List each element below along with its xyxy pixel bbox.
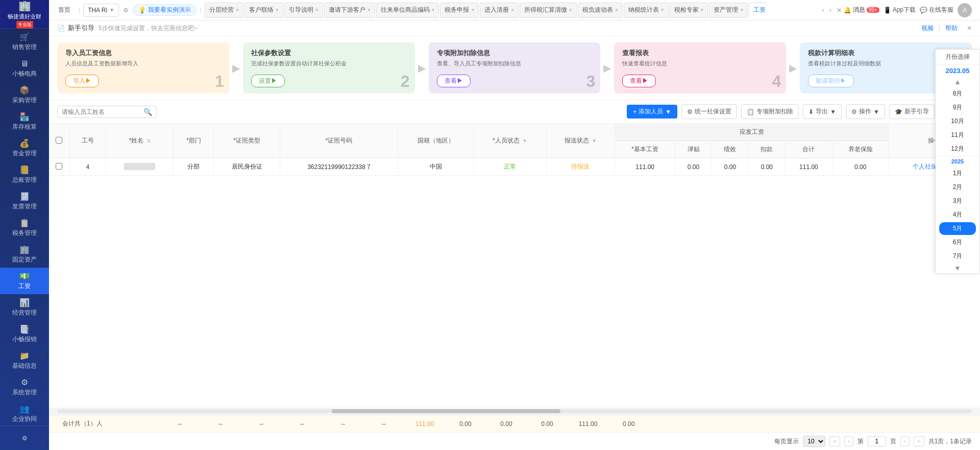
status-filter-icon[interactable]: ▼ bbox=[522, 138, 527, 144]
special-deduct-btn[interactable]: 📋 专项附加扣除 bbox=[741, 104, 799, 119]
tab-income-tax[interactable]: 所得税汇算清缴 × bbox=[520, 3, 577, 18]
close-stratify[interactable]: × bbox=[236, 7, 239, 13]
sidebar-item-ledger[interactable]: 📒 总账管理 bbox=[0, 161, 49, 188]
tab-codes[interactable]: 往来单位商品编码 × bbox=[376, 3, 439, 18]
tab-guide-intro[interactable]: 引导说明 × bbox=[284, 3, 323, 18]
row-action-social-insurance[interactable]: 个人社保 bbox=[913, 163, 937, 170]
close-tax-expert[interactable]: × bbox=[701, 7, 704, 13]
tab-tax-burden[interactable]: 税负波动表 × bbox=[578, 3, 623, 18]
close-tax-report[interactable]: × bbox=[471, 7, 474, 13]
unified-settings-btn[interactable]: ⚙ 统一社保设置 bbox=[681, 104, 737, 119]
month-11[interactable]: 11月 bbox=[939, 129, 976, 141]
sidebar-item-purchase[interactable]: 📦 采购管理 bbox=[0, 82, 49, 108]
name-sort-icon[interactable]: ⇅ bbox=[146, 138, 151, 144]
nav-close-all-icon[interactable]: ✕ bbox=[835, 7, 844, 14]
sidebar-item-sales[interactable]: 🛒 销售管理 bbox=[0, 29, 49, 55]
table-row: 4 张** 分部 居民身份证 36232119990122338 7 中国 正常… bbox=[49, 158, 980, 176]
step-3-btn[interactable]: 查看▶ bbox=[437, 75, 471, 87]
tab-tax-stat[interactable]: 纳税统计表 × bbox=[624, 3, 669, 18]
month-8[interactable]: 8月 bbox=[939, 87, 976, 100]
tab-invite[interactable]: 邀请下游客户 × bbox=[324, 3, 375, 18]
sidebar-item-inventory[interactable]: 🏪 库存核算 bbox=[0, 108, 49, 135]
sidebar-item-tax[interactable]: 📋 税务管理 bbox=[0, 215, 49, 241]
close-guide-intro[interactable]: × bbox=[315, 7, 318, 13]
sidebar-item-assets[interactable]: 🏢 固定资产 bbox=[0, 241, 49, 268]
month-7[interactable]: 7月 bbox=[939, 250, 976, 263]
tab-clearance[interactable]: 进入清册 × bbox=[480, 3, 519, 18]
nav-next-icon[interactable]: › bbox=[827, 7, 834, 14]
per-page-select[interactable]: 10 20 50 bbox=[803, 436, 825, 447]
add-employee-btn[interactable]: + 添加人员 ▼ bbox=[627, 105, 677, 119]
company-selector[interactable]: THA Ri ▼ bbox=[83, 4, 119, 17]
guide-close-btn[interactable]: ✕ bbox=[967, 25, 972, 32]
month-12[interactable]: 12月 bbox=[939, 143, 976, 155]
close-clearance[interactable]: × bbox=[511, 7, 514, 13]
close-assets-mgmt[interactable]: × bbox=[740, 7, 743, 13]
close-tax-stat[interactable]: × bbox=[661, 7, 664, 13]
month-1[interactable]: 1月 bbox=[939, 167, 976, 180]
scroll-thumb[interactable] bbox=[332, 409, 560, 413]
sidebar-item-operations[interactable]: 📊 经营管理 bbox=[0, 294, 49, 321]
arrow-4: ▶ bbox=[786, 42, 800, 93]
month-2[interactable]: 2月 bbox=[939, 181, 976, 194]
sidebar-item-system[interactable]: ⚙ 系统管理 bbox=[0, 374, 49, 400]
home-link[interactable]: 首页 bbox=[53, 6, 76, 14]
sidebar-item-collab[interactable]: 👥 企业协同 bbox=[0, 400, 49, 425]
month-4[interactable]: 4月 bbox=[939, 208, 976, 221]
online-service-btn[interactable]: 💬 在线客服 bbox=[920, 6, 953, 14]
month-scroll-up[interactable]: ▲ bbox=[953, 77, 962, 87]
tab-payroll-table[interactable]: 工资表 × bbox=[749, 3, 766, 18]
sidebar-item-invoice[interactable]: 🧾 发票管理 bbox=[0, 188, 49, 215]
tab-stratify[interactable]: 分层经营 × bbox=[205, 3, 243, 18]
sidebar-item-basic[interactable]: 📁 基础信息 bbox=[0, 347, 49, 374]
sidebar-item-capital[interactable]: 💰 资金管理 bbox=[0, 135, 49, 161]
export-btn[interactable]: ⬇ 导出 ▼ bbox=[803, 104, 842, 119]
app-download-btn[interactable]: 📱 App下载 bbox=[884, 6, 916, 14]
prev-page-btn[interactable]: ‹ bbox=[844, 436, 853, 446]
sidebar-item-ecommerce[interactable]: 🖥 小畅电商 bbox=[0, 55, 49, 82]
sidebar-item-payroll[interactable]: 💵 工资 bbox=[0, 268, 49, 294]
close-codes[interactable]: × bbox=[432, 7, 435, 13]
close-invite[interactable]: × bbox=[368, 7, 371, 13]
tab-assets-mgmt[interactable]: 资产管理 × bbox=[709, 3, 748, 18]
demo-link[interactable]: 💡 我要看实例演示 bbox=[133, 4, 197, 16]
operations-btn[interactable]: ⚙ 操作 ▼ bbox=[846, 104, 885, 119]
step-2-btn[interactable]: 设置▶ bbox=[251, 75, 285, 87]
row-total: 111.00 bbox=[785, 158, 832, 176]
month-5-active[interactable]: 5月 bbox=[939, 222, 976, 235]
month-3[interactable]: 3月 bbox=[939, 195, 976, 207]
step-4-btn[interactable]: 查看▶ bbox=[622, 75, 656, 87]
report-filter-icon[interactable]: ▼ bbox=[592, 138, 597, 144]
message-btn[interactable]: 🔔 消息 99+ bbox=[844, 6, 879, 14]
tab-tax-report[interactable]: 税务申报 × bbox=[440, 3, 479, 18]
close-tax-burden[interactable]: × bbox=[615, 7, 618, 13]
search-submit-icon[interactable]: 🔍 bbox=[143, 108, 152, 116]
first-page-btn[interactable]: « bbox=[829, 436, 840, 446]
month-9[interactable]: 9月 bbox=[939, 101, 976, 114]
month-scroll-down[interactable]: ▼ bbox=[953, 263, 962, 273]
sidebar-settings[interactable]: ⚙ bbox=[0, 425, 49, 450]
nav-prev-icon[interactable]: ‹ bbox=[820, 7, 826, 14]
tab-customer[interactable]: 客户联络 × bbox=[244, 3, 283, 18]
new-guide-btn[interactable]: 🎓 新手引导 bbox=[889, 104, 935, 119]
step-5-btn[interactable]: 敬请期待▶ bbox=[808, 75, 854, 87]
next-page-btn[interactable]: › bbox=[900, 436, 910, 446]
ledger-icon: 📒 bbox=[19, 165, 30, 175]
video-link[interactable]: 视频 bbox=[921, 24, 934, 33]
close-customer[interactable]: × bbox=[276, 7, 279, 13]
month-10[interactable]: 10月 bbox=[939, 115, 976, 128]
row-select-checkbox[interactable] bbox=[56, 163, 62, 170]
month-6[interactable]: 6月 bbox=[939, 236, 976, 249]
step-1-btn[interactable]: 导入▶ bbox=[65, 75, 99, 87]
user-avatar[interactable]: A bbox=[958, 3, 972, 17]
employee-search-input[interactable] bbox=[62, 108, 143, 115]
settings-icon[interactable]: ⚙ bbox=[121, 7, 131, 14]
last-page-btn[interactable]: » bbox=[914, 436, 924, 446]
close-income-tax[interactable]: × bbox=[569, 7, 572, 13]
tab-tax-expert[interactable]: 税检专家 × bbox=[670, 3, 708, 18]
select-all-checkbox[interactable] bbox=[56, 137, 62, 144]
page-number-input[interactable] bbox=[868, 436, 886, 446]
horizontal-scrollbar[interactable] bbox=[49, 408, 980, 415]
sidebar-item-expense[interactable]: 📑 小畅报销 bbox=[0, 321, 49, 347]
help-link[interactable]: 帮助 bbox=[945, 24, 958, 33]
